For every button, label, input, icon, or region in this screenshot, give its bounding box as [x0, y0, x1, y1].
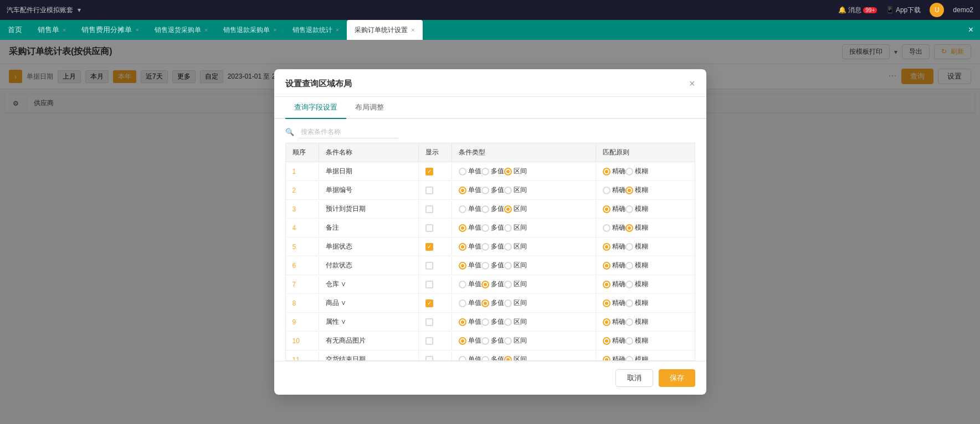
type-radio-单值[interactable]: 单值 [459, 317, 481, 327]
cell-display [419, 182, 452, 199]
type-radio-多值[interactable]: 多值 [481, 355, 504, 361]
type-radio-区间[interactable]: 区间 [504, 336, 527, 345]
modal-tab-query-fields[interactable]: 查询字段设置 [285, 97, 346, 119]
user-avatar[interactable]: U [930, 3, 944, 17]
type-radio-区间[interactable]: 区间 [504, 204, 527, 214]
type-radio-单值[interactable]: 单值 [459, 167, 481, 176]
download-btn[interactable]: 📱 App下载 [886, 6, 921, 15]
match-radio-精确[interactable]: 精确 [603, 261, 625, 270]
type-radio-区间[interactable]: 区间 [504, 317, 527, 327]
type-radio-多值[interactable]: 多值 [481, 223, 504, 232]
match-radio-模糊[interactable]: 模糊 [625, 185, 648, 195]
type-radio-单值[interactable]: 单值 [459, 261, 481, 270]
display-checkbox[interactable] [425, 337, 433, 345]
cancel-button[interactable]: 取消 [615, 369, 653, 387]
notification-btn[interactable]: 🔔 消息 99+ [838, 6, 878, 15]
match-radio-模糊[interactable]: 模糊 [625, 317, 648, 327]
display-checkbox[interactable] [425, 168, 433, 175]
match-radio-模糊[interactable]: 模糊 [625, 280, 648, 289]
match-radio-模糊[interactable]: 模糊 [625, 298, 648, 308]
close-tab-sales-stats[interactable]: × [336, 27, 339, 33]
tab-sales-return[interactable]: 销售退货采购单 × [147, 20, 216, 40]
type-radio-单值[interactable]: 单值 [459, 336, 481, 345]
cell-name: 有无商品图片 [319, 332, 419, 350]
match-radio-模糊[interactable]: 模糊 [625, 223, 648, 232]
match-radio-精确[interactable]: 精确 [603, 204, 625, 214]
close-tab-sales-expense[interactable]: × [135, 27, 138, 33]
type-radio-多值[interactable]: 多值 [481, 317, 504, 327]
close-tab-sales[interactable]: × [63, 27, 66, 33]
tab-sales-stats[interactable]: 销售退款统计 × [285, 20, 347, 40]
close-tab-purchase-order[interactable]: × [411, 27, 414, 33]
match-radio-模糊[interactable]: 模糊 [625, 355, 648, 361]
type-radio-单值[interactable]: 单值 [459, 185, 481, 195]
close-all-tabs[interactable]: × [968, 25, 980, 35]
match-radio-精确[interactable]: 精确 [603, 167, 625, 176]
match-radio-精确[interactable]: 精确 [603, 355, 625, 361]
display-checkbox[interactable] [425, 243, 433, 251]
type-radio-多值[interactable]: 多值 [481, 242, 504, 251]
top-bar: 汽车配件行业模拟账套 ▾ 🔔 消息 99+ 📱 App下载 U demo2 [0, 0, 980, 20]
cell-match: 精确 模糊 [596, 294, 695, 312]
table-row: 3预计到货日期 单值 多值 区间 精确 模糊 [286, 200, 695, 219]
tab-sales-refund[interactable]: 销售退款采购单 × [216, 20, 284, 40]
display-checkbox[interactable] [425, 224, 433, 232]
type-radio-区间[interactable]: 区间 [504, 298, 527, 308]
match-radio-模糊[interactable]: 模糊 [625, 167, 648, 176]
cell-name: 付款状态 [319, 256, 419, 275]
match-radio-精确[interactable]: 精确 [603, 223, 625, 232]
display-checkbox[interactable] [425, 205, 433, 213]
match-radio-精确[interactable]: 精确 [603, 317, 625, 327]
cell-name: 商品 ∨ [319, 294, 419, 312]
match-radio-模糊[interactable]: 模糊 [625, 204, 648, 214]
type-radio-单值[interactable]: 单值 [459, 204, 481, 214]
modal-tab-layout[interactable]: 布局调整 [346, 97, 393, 119]
type-radio-区间[interactable]: 区间 [504, 167, 527, 176]
match-radio-模糊[interactable]: 模糊 [625, 242, 648, 251]
top-bar-actions: 🔔 消息 99+ 📱 App下载 U demo2 [838, 3, 973, 17]
match-radio-精确[interactable]: 精确 [603, 298, 625, 308]
username[interactable]: demo2 [953, 6, 973, 14]
cell-display [419, 257, 452, 274]
search-input[interactable] [299, 126, 398, 138]
type-radio-区间[interactable]: 区间 [504, 223, 527, 232]
match-radio-精确[interactable]: 精确 [603, 242, 625, 251]
type-radio-单值[interactable]: 单值 [459, 280, 481, 289]
modal-close-btn[interactable]: × [689, 78, 695, 96]
type-radio-单值[interactable]: 单值 [459, 298, 481, 308]
match-radio-模糊[interactable]: 模糊 [625, 336, 648, 345]
match-radio-模糊[interactable]: 模糊 [625, 261, 648, 270]
type-radio-区间[interactable]: 区间 [504, 280, 527, 289]
type-radio-多值[interactable]: 多值 [481, 298, 504, 308]
tab-purchase-order[interactable]: 采购订单统计设置 × [347, 20, 422, 40]
type-radio-区间[interactable]: 区间 [504, 355, 527, 361]
match-radio-精确[interactable]: 精确 [603, 336, 625, 345]
type-radio-多值[interactable]: 多值 [481, 336, 504, 345]
type-radio-区间[interactable]: 区间 [504, 261, 527, 270]
match-radio-精确[interactable]: 精确 [603, 185, 625, 195]
type-radio-单值[interactable]: 单值 [459, 355, 481, 361]
match-radio-精确[interactable]: 精确 [603, 280, 625, 289]
save-button[interactable]: 保存 [659, 369, 695, 387]
type-radio-区间[interactable]: 区间 [504, 185, 527, 195]
type-radio-多值[interactable]: 多值 [481, 204, 504, 214]
display-checkbox[interactable] [425, 299, 433, 307]
type-radio-单值[interactable]: 单值 [459, 242, 481, 251]
display-checkbox[interactable] [425, 318, 433, 326]
type-radio-多值[interactable]: 多值 [481, 280, 504, 289]
tab-sales-expense[interactable]: 销售费用分摊单 × [74, 20, 146, 40]
display-checkbox[interactable] [425, 262, 433, 270]
type-radio-多值[interactable]: 多值 [481, 167, 504, 176]
display-checkbox[interactable] [425, 356, 433, 361]
type-radio-单值[interactable]: 单值 [459, 223, 481, 232]
tab-home[interactable]: 首页 [0, 20, 30, 40]
type-radio-多值[interactable]: 多值 [481, 261, 504, 270]
type-radio-区间[interactable]: 区间 [504, 242, 527, 251]
close-tab-sales-refund[interactable]: × [273, 27, 276, 33]
display-checkbox[interactable] [425, 281, 433, 288]
modal-header: 设置查询区域布局 × [274, 69, 706, 97]
tab-sales[interactable]: 销售单 × [30, 20, 74, 40]
type-radio-多值[interactable]: 多值 [481, 185, 504, 195]
close-tab-sales-return[interactable]: × [204, 27, 208, 33]
display-checkbox[interactable] [425, 187, 433, 194]
